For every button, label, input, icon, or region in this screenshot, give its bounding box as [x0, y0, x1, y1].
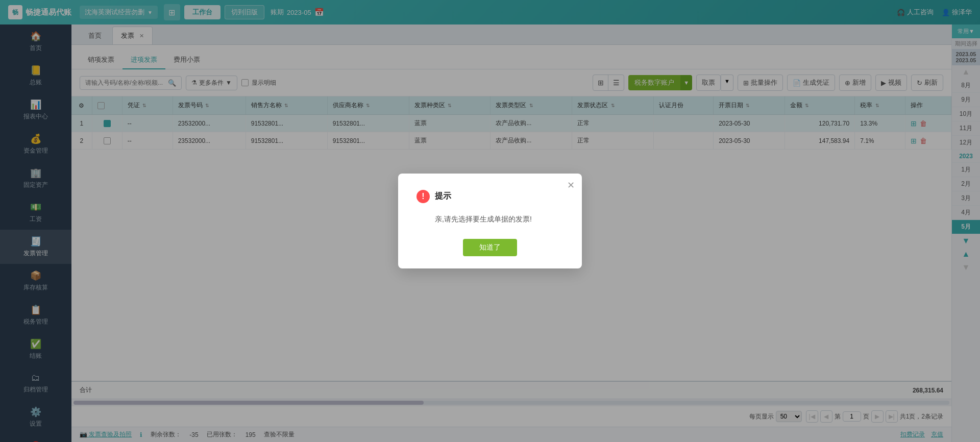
modal-title: 提示 [435, 191, 451, 202]
modal-title-row: ! 提示 [416, 190, 564, 203]
modal-confirm-btn[interactable]: 知道了 [463, 239, 517, 256]
modal-warning-icon: ! [416, 190, 430, 203]
modal-overlay: ✕ ! 提示 亲,请先选择要生成单据的发票! 知道了 [0, 0, 980, 442]
modal-box: ✕ ! 提示 亲,请先选择要生成单据的发票! 知道了 [398, 174, 582, 268]
modal-message: 亲,请先选择要生成单据的发票! [416, 213, 564, 225]
modal-footer: 知道了 [416, 239, 564, 256]
modal-close-btn[interactable]: ✕ [567, 180, 575, 191]
